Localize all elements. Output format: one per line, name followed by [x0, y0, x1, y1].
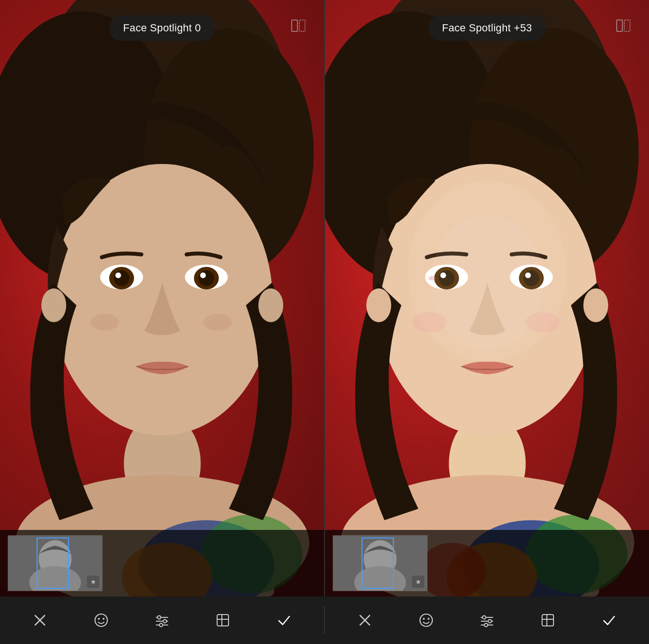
before-label-text: Face Spotlight 0: [123, 22, 201, 34]
svg-point-54: [431, 215, 544, 350]
right-adjust-button[interactable]: [475, 608, 499, 633]
left-face-button[interactable]: [89, 608, 114, 633]
after-label-badge: Face Spotlight +53: [429, 15, 545, 41]
after-label-text: Face Spotlight +53: [442, 22, 532, 34]
svg-point-17: [115, 272, 121, 278]
svg-point-21: [200, 272, 206, 278]
after-star-badge: ★: [412, 576, 424, 588]
right-cancel-button[interactable]: [353, 608, 377, 633]
svg-point-42: [366, 288, 391, 322]
after-filmstrip: ★: [325, 530, 649, 596]
svg-rect-25: [299, 20, 305, 31]
right-filter-button[interactable]: [535, 608, 560, 633]
bottom-toolbar: [0, 596, 649, 644]
left-adjust-button[interactable]: [150, 608, 174, 633]
after-panel: Face Spotlight +53 ★: [325, 0, 649, 596]
svg-rect-58: [624, 20, 630, 31]
svg-point-83: [488, 620, 491, 623]
svg-point-12: [41, 288, 66, 322]
right-face-button[interactable]: [414, 608, 439, 633]
svg-point-84: [484, 624, 487, 627]
svg-point-82: [482, 616, 486, 619]
right-toolbar: [325, 608, 649, 633]
after-compare-icon[interactable]: [615, 17, 632, 36]
after-photo: [325, 0, 649, 596]
svg-point-78: [428, 618, 429, 620]
svg-point-64: [95, 614, 107, 626]
svg-point-72: [159, 624, 162, 627]
svg-point-43: [583, 288, 608, 322]
before-compare-icon[interactable]: [290, 17, 307, 36]
before-filmstrip-thumb[interactable]: ★: [8, 535, 103, 591]
svg-point-55: [413, 312, 447, 333]
svg-point-65: [98, 618, 100, 620]
left-cancel-button[interactable]: [28, 608, 52, 633]
svg-point-71: [163, 620, 166, 623]
right-confirm-button[interactable]: [597, 608, 621, 633]
svg-rect-24: [292, 20, 297, 31]
svg-point-13: [258, 288, 283, 322]
svg-point-70: [157, 616, 161, 619]
svg-rect-85: [542, 615, 554, 626]
before-panel: Face Spotlight 0: [0, 0, 325, 596]
svg-point-76: [420, 614, 432, 626]
left-confirm-button[interactable]: [272, 608, 296, 633]
svg-point-56: [525, 312, 559, 333]
left-toolbar: [0, 608, 324, 633]
svg-point-23: [203, 314, 231, 331]
before-star-badge: ★: [87, 576, 99, 588]
before-photo: [0, 0, 324, 596]
svg-rect-57: [617, 20, 622, 31]
svg-point-22: [91, 314, 119, 331]
svg-point-20: [199, 270, 214, 286]
left-filter-button[interactable]: [210, 608, 235, 633]
before-label-badge: Face Spotlight 0: [110, 15, 214, 41]
svg-point-66: [103, 618, 105, 620]
svg-point-16: [114, 270, 129, 286]
svg-rect-73: [217, 615, 229, 626]
svg-point-77: [423, 618, 425, 620]
after-filmstrip-thumb[interactable]: ★: [333, 535, 428, 591]
before-filmstrip: ★: [0, 530, 324, 596]
